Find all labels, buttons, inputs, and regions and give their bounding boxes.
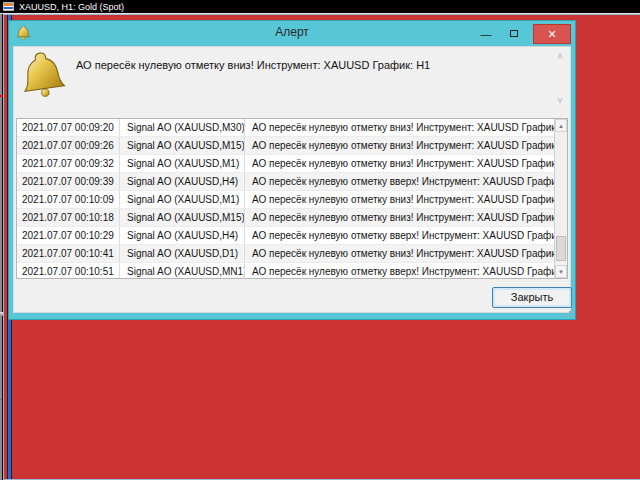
alert-text: АО пересёк нулевую отметку вниз! Инструм… <box>245 119 554 136</box>
scroll-up-icon[interactable]: ∧ <box>554 51 566 61</box>
alert-text: АО пересёк нулевую отметку вниз! Инструм… <box>245 191 554 208</box>
alert-time: 2021.07.07 00:10:18 <box>17 209 120 226</box>
alert-source: Signal AO (XAUUSD,M1) <box>120 191 245 208</box>
alert-text: АО пересёк нулевую отметку вниз! Инструм… <box>245 209 554 226</box>
alert-time: 2021.07.07 00:09:26 <box>17 137 120 154</box>
alert-text: АО пересёк нулевую отметку вверх! Инстру… <box>245 227 554 244</box>
alert-source: Signal AO (XAUUSD,D1) <box>120 245 245 262</box>
alert-table: 2021.07.07 00:09:20Signal AO (XAUUSD,M30… <box>16 118 568 279</box>
alert-time: 2021.07.07 00:09:32 <box>17 155 120 172</box>
alert-source: Signal AO (XAUUSD,H4) <box>120 173 245 190</box>
close-window-button[interactable]: ✕ <box>533 24 571 44</box>
alert-text: АО пересёк нулевую отметку вниз! Инструм… <box>245 245 554 262</box>
alert-table-row[interactable]: 2021.07.07 00:09:26Signal AO (XAUUSD,M15… <box>17 137 554 155</box>
table-scroll-up-button[interactable]: ▴ <box>555 119 567 132</box>
table-scroll-down-icon: ▾ <box>559 268 563 275</box>
alert-table-row[interactable]: 2021.07.07 00:09:20Signal AO (XAUUSD,M30… <box>17 119 554 137</box>
alert-source: Signal AO (XAUUSD,MN1) <box>120 263 245 278</box>
alert-table-row[interactable]: 2021.07.07 00:10:51Signal AO (XAUUSD,MN1… <box>17 263 554 278</box>
alert-bell-icon <box>18 46 67 105</box>
table-scrollbar[interactable]: ▴ ▾ <box>554 119 567 278</box>
maximize-button[interactable] <box>503 24 525 43</box>
alert-source: Signal AO (XAUUSD,M1) <box>120 155 245 172</box>
alert-message: АО пересёк нулевую отметку вниз! Инструм… <box>76 58 506 72</box>
alert-table-row[interactable]: 2021.07.07 00:09:39Signal AO (XAUUSD,H4)… <box>17 173 554 191</box>
quotes-grid-icon <box>3 2 14 11</box>
maximize-icon <box>510 30 518 37</box>
alert-time: 2021.07.07 00:10:09 <box>17 191 120 208</box>
terminal-titlebar: XAUUSD, H1: Gold (Spot) <box>0 0 640 14</box>
alert-table-row[interactable]: 2021.07.07 00:09:32Signal AO (XAUUSD,M1)… <box>17 155 554 173</box>
table-scrollbar-thumb[interactable] <box>556 236 566 261</box>
alert-text: АО пересёк нулевую отметку вниз! Инструм… <box>245 155 554 172</box>
window-left-edge <box>0 14 2 480</box>
minimize-icon: — <box>481 28 492 40</box>
minimize-button[interactable]: — <box>475 24 497 43</box>
alert-table-row[interactable]: 2021.07.07 00:10:41Signal AO (XAUUSD,D1)… <box>17 245 554 263</box>
scroll-down-icon[interactable]: ∨ <box>554 95 566 105</box>
alert-time: 2021.07.07 00:10:41 <box>17 245 120 262</box>
alert-dialog: Алерт — ✕ АО пересёк нулевую отметку вни… <box>8 20 576 320</box>
chart-window-title: XAUUSD, H1: Gold (Spot) <box>19 2 124 12</box>
alert-table-row[interactable]: 2021.07.07 00:10:18Signal AO (XAUUSD,M15… <box>17 209 554 227</box>
alert-dialog-body: АО пересёк нулевую отметку вниз! Инструм… <box>13 46 571 313</box>
alert-source: Signal AO (XAUUSD,M15) <box>120 137 245 154</box>
close-icon: ✕ <box>547 28 556 41</box>
alert-table-row[interactable]: 2021.07.07 00:10:29Signal AO (XAUUSD,H4)… <box>17 227 554 245</box>
alert-dialog-titlebar[interactable]: Алерт — ✕ <box>9 21 575 46</box>
alert-time: 2021.07.07 00:09:20 <box>17 119 120 136</box>
alert-source: Signal AO (XAUUSD,H4) <box>120 227 245 244</box>
alert-text: АО пересёк нулевую отметку вниз! Инструм… <box>245 137 554 154</box>
table-scroll-up-icon: ▴ <box>559 122 563 129</box>
table-scroll-down-button[interactable]: ▾ <box>555 265 567 278</box>
alert-time: 2021.07.07 00:09:39 <box>17 173 120 190</box>
alert-time: 2021.07.07 00:10:29 <box>17 227 120 244</box>
alert-source: Signal AO (XAUUSD,M30) <box>120 119 245 136</box>
message-scrollbar[interactable]: ∧ ∨ <box>554 49 566 109</box>
close-button[interactable]: Закрыть <box>492 287 572 308</box>
resize-grip[interactable] <box>562 308 572 318</box>
alert-text: АО пересёк нулевую отметку вверх! Инстру… <box>245 173 554 190</box>
alert-table-row[interactable]: 2021.07.07 00:10:09Signal AO (XAUUSD,M1)… <box>17 191 554 209</box>
alert-source: Signal AO (XAUUSD,M15) <box>120 209 245 226</box>
alert-time: 2021.07.07 00:10:51 <box>17 263 120 278</box>
alert-table-rows: 2021.07.07 00:09:20Signal AO (XAUUSD,M30… <box>17 119 554 278</box>
alert-text: АО пересёк нулевую отметку вверх! Инстру… <box>245 263 554 278</box>
